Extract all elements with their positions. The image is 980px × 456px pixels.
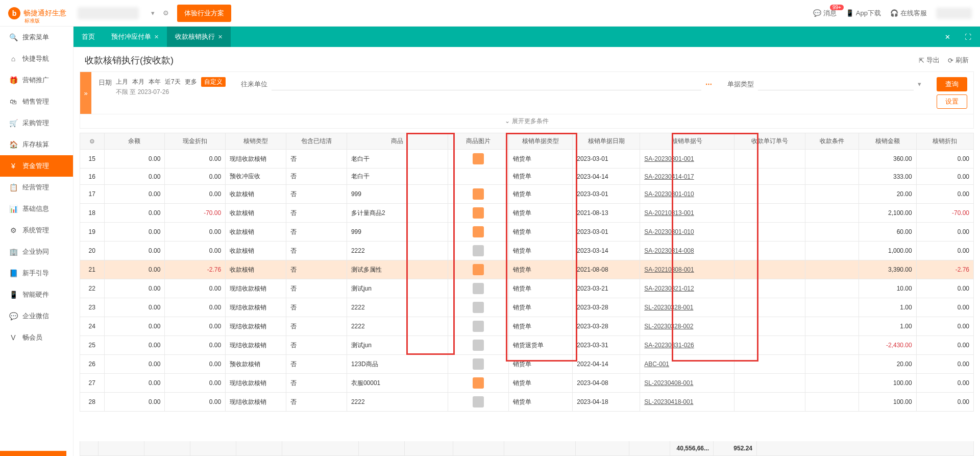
sidebar-item-2[interactable]: 🎁营销推广	[0, 69, 73, 91]
table-row[interactable]: 150.000.00现结收款核销否老白干销货单2023-03-01SA-2023…	[80, 150, 974, 169]
tab-0[interactable]: 首页	[74, 27, 103, 47]
date-opt[interactable]: 上月	[116, 78, 128, 86]
doc-link[interactable]: SL-20230418-001	[644, 398, 693, 405]
cell-amount: 360.00	[859, 150, 916, 169]
table-row[interactable]: 280.000.00现结收款核销否2222销货单2023-04-18SL-202…	[80, 393, 974, 412]
refresh-button[interactable]: ⟳刷新	[948, 56, 969, 65]
sidebar-item-5[interactable]: 🏠库存核算	[0, 134, 73, 155]
doc-link[interactable]: SL-20230408-001	[644, 379, 693, 387]
customer-service-link[interactable]: 🎧 在线客服	[890, 9, 927, 18]
cell-doc-date: 2023-04-18	[573, 393, 640, 412]
settings-icon[interactable]: ⚙	[163, 9, 169, 17]
table-row[interactable]: 160.000.00预收冲应收否老白干销货单2023-04-14SA-20230…	[80, 169, 974, 185]
doc-link[interactable]: SA-20230301-010	[644, 190, 694, 198]
tab-close-icon[interactable]: ✕	[218, 34, 223, 40]
filter-settings-button[interactable]: 设置	[937, 94, 967, 109]
filter-collapse-handle[interactable]: »	[80, 72, 91, 114]
app-download-link[interactable]: 📱 App下载	[846, 9, 881, 18]
doc-link[interactable]: SA-20230301-010	[644, 228, 694, 235]
sidebar-item-10[interactable]: 🏢企业协同	[0, 241, 73, 262]
sidebar-item-6[interactable]: ¥资金管理	[0, 155, 73, 177]
sidebar-item-1[interactable]: ⌂快捷导航	[0, 48, 73, 69]
table-row[interactable]: 180.00-70.00收款核销否多计量商品2销货单2021-08-13SA-2…	[80, 204, 974, 223]
doc-link[interactable]: SA-20230321-012	[644, 285, 694, 292]
messages-link[interactable]: 💬 消息 99+	[813, 9, 837, 18]
date-filter: 日期 上月本月本年近7天更多自定义 不限 至 2023-07-26	[99, 77, 226, 97]
sidebar-item-13[interactable]: 💬企业微信	[0, 305, 73, 327]
table-row[interactable]: 240.000.00现结收款核销否2222销货单2023-03-28SL-202…	[80, 317, 974, 336]
org-selector[interactable]	[78, 7, 139, 19]
column-header[interactable]: 收款条件	[805, 133, 859, 150]
tab-1[interactable]: 预付冲应付单✕	[103, 27, 167, 47]
doc-link[interactable]: SA-20230314-008	[644, 247, 694, 254]
row-index: 23	[80, 298, 105, 317]
table-row[interactable]: 220.000.00现结收款核销否测试jun销货单2023-03-21SA-20…	[80, 279, 974, 298]
doc-link[interactable]: SA-20210813-001	[644, 209, 694, 217]
sidebar-item-11[interactable]: 📘新手引导	[0, 262, 73, 284]
table-row[interactable]: 170.000.00收款核销否999销货单2023-03-01SA-202303…	[80, 185, 974, 204]
row-index: 19	[80, 223, 105, 242]
sidebar-item-3[interactable]: 🛍销售管理	[0, 91, 73, 112]
sidebar-icon: 📱	[9, 291, 17, 299]
column-settings-icon[interactable]: ⚙	[80, 133, 105, 150]
user-avatar[interactable]	[936, 8, 972, 19]
table-row[interactable]: 210.00-2.76收款核销否测试多属性销货单2021-08-08SA-202…	[80, 260, 974, 279]
doc-link[interactable]: ABC-001	[644, 361, 669, 368]
tab-close-icon[interactable]: ✕	[154, 34, 159, 40]
doc-link[interactable]: SA-20210808-001	[644, 266, 694, 273]
column-header[interactable]: 商品	[347, 133, 448, 150]
table-row[interactable]: 190.000.00收款核销否999销货单2023-03-01SA-202303…	[80, 223, 974, 242]
column-header[interactable]: 商品图片	[448, 133, 508, 150]
column-header[interactable]: 余额	[104, 133, 165, 150]
fullscreen-icon[interactable]: ⛶	[960, 29, 976, 45]
date-custom-button[interactable]: 自定义	[201, 77, 226, 87]
sidebar-item-9[interactable]: ⚙系统管理	[0, 220, 73, 241]
party-picker-icon[interactable]: ⋯	[705, 80, 712, 88]
table-row[interactable]: 250.000.00现结收款核销否测试jun销货退货单2023-03-31SA-…	[80, 336, 974, 355]
column-header[interactable]: 核销单据类型	[508, 133, 572, 150]
org-dropdown-icon[interactable]: ▾	[151, 9, 155, 17]
date-opt[interactable]: 近7天	[165, 78, 181, 86]
sidebar-item-4[interactable]: 🛒采购管理	[0, 112, 73, 134]
cell-product: 2222	[347, 317, 448, 336]
sidebar-item-12[interactable]: 📱智能硬件	[0, 284, 73, 305]
doc-link[interactable]: SA-20230414-017	[644, 173, 694, 180]
cell-doc-type: 销货单	[508, 150, 572, 169]
doc-link[interactable]: SA-20230331-026	[644, 342, 694, 349]
sidebar-item-14[interactable]: V畅会员	[0, 327, 73, 348]
date-opt[interactable]: 更多	[185, 78, 197, 86]
table-row[interactable]: 230.000.00现结收款核销否2222销货单2023-03-28SL-202…	[80, 298, 974, 317]
column-header[interactable]: 核销折扣	[916, 133, 973, 150]
doc-link[interactable]: SL-20230328-001	[644, 304, 693, 311]
table-row[interactable]: 200.000.00收款核销否2222销货单2023-03-14SA-20230…	[80, 242, 974, 260]
export-button[interactable]: ⇱导出	[919, 56, 940, 65]
column-header[interactable]: 收款单订单号	[734, 133, 805, 150]
date-opt[interactable]: 本年	[149, 78, 161, 86]
doc-link[interactable]: SA-20230301-001	[644, 155, 694, 162]
table-wrap[interactable]: ⚙余额现金折扣核销类型包含已结清商品商品图片核销单据类型核销单据日期核销单据号收…	[80, 133, 974, 441]
doctype-dropdown-icon[interactable]: ▾	[918, 80, 921, 88]
sidebar-item-7[interactable]: 📋经营管理	[0, 177, 73, 198]
search-button[interactable]: 查询	[937, 77, 967, 91]
try-industry-button[interactable]: 体验行业方案	[177, 5, 231, 22]
party-input[interactable]	[272, 77, 701, 90]
table-row[interactable]: 270.000.00现结收款核销否衣服00001销货单2023-04-08SL-…	[80, 374, 974, 393]
table-row[interactable]: 260.000.00预收款核销否123D商品销货单2022-04-14ABC-0…	[80, 355, 974, 374]
cell-product-image	[448, 298, 508, 317]
sidebar-item-0[interactable]: 🔍搜索菜单	[0, 27, 73, 48]
column-header[interactable]: 现金折扣	[165, 133, 226, 150]
column-header[interactable]: 核销单据号	[640, 133, 734, 150]
date-opt[interactable]: 本月	[132, 78, 144, 86]
column-header[interactable]: 核销类型	[226, 133, 286, 150]
doctype-input[interactable]	[758, 77, 914, 90]
cell-writeoff-type: 现结收款核销	[226, 317, 286, 336]
column-header[interactable]: 核销单据日期	[573, 133, 640, 150]
column-header[interactable]: 包含已结清	[286, 133, 347, 150]
sidebar-item-8[interactable]: 📊基础信息	[0, 198, 73, 220]
expand-filters-button[interactable]: ⌄ 展开更多条件	[80, 114, 973, 128]
cell-writeoff-discount: 0.00	[916, 223, 973, 242]
doc-link[interactable]: SL-20230328-002	[644, 323, 693, 330]
tab-2[interactable]: 收款核销执行✕	[167, 27, 231, 47]
column-header[interactable]: 核销金额	[859, 133, 916, 150]
close-all-tabs-icon[interactable]: ✕	[939, 29, 955, 45]
